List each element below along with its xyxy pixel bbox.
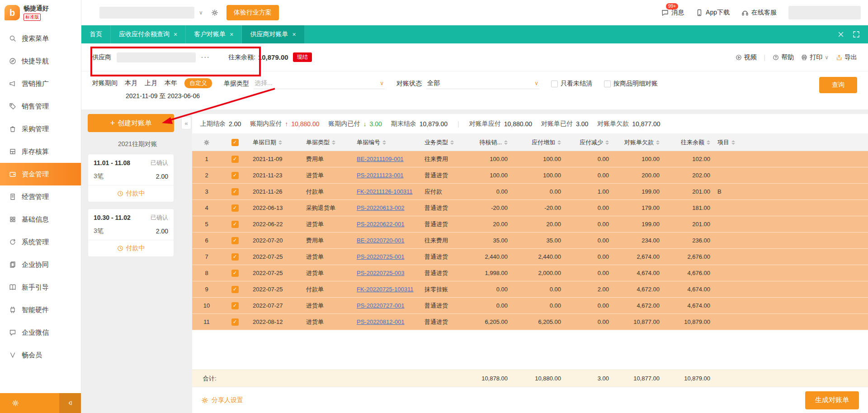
table-row[interactable]: 11 2022-08-12 进货单 PS-20220812-001 普通进货 6… [192,314,868,330]
table-row[interactable]: 3 2021-11-26 付款单 FK-20211126-100311 应付款 … [192,184,868,200]
tab[interactable]: 应收应付余额查询 × [111,25,186,43]
sidebar-item[interactable]: 畅会员 [0,344,81,366]
tab-close-icon[interactable]: × [174,31,177,38]
table-row[interactable]: 5 2022-06-22 进货单 PS-20220622-001 普通进货 20… [192,216,868,233]
header-doc-date[interactable]: 单据日期 [249,138,302,147]
settings-gear-icon[interactable] [12,399,19,407]
statement-payment-state[interactable]: 付款中 [88,240,174,256]
sidebar-item[interactable]: 系统管理 [0,231,81,253]
sidebar-item[interactable]: 营销推广 [0,72,81,95]
statement-payment-state[interactable]: 付款中 [88,185,174,202]
table-row[interactable]: 4 2022-06-13 采购退货单 PS-20220613-002 普通进货 … [192,200,868,216]
doc-number-link[interactable]: PS-20220812-001 [357,318,405,325]
sidebar-item[interactable]: 搜索菜单 [0,27,81,50]
panel-collapse-button[interactable]: « [181,117,191,129]
sort-icon[interactable] [278,140,282,145]
period-date-range[interactable]: 2021-11-09 至 2023-06-06 [126,92,212,100]
column-settings-gear-icon[interactable] [203,139,210,146]
period-this-month[interactable]: 本月 [125,79,137,87]
sort-icon[interactable] [332,140,335,145]
header-statement-owed[interactable]: 对账单欠款 [613,138,663,147]
company-select[interactable]: ∨ [99,7,203,19]
header-payable-decrease[interactable]: 应付减少 [565,138,613,147]
tab[interactable]: 客户对账单 × [186,25,242,43]
select-all-checkbox[interactable] [221,139,249,146]
sidebar-item[interactable]: 智能硬件 [0,299,81,321]
period-this-year[interactable]: 本年 [165,79,177,87]
row-checkbox[interactable] [221,253,249,261]
fullscreen-icon[interactable] [853,31,860,38]
row-checkbox[interactable] [221,156,249,163]
sidebar-item[interactable]: 销售管理 [0,95,81,118]
header-doc-no[interactable]: 单据编号 [353,138,421,147]
print-button[interactable]: 打印 ∨ [801,53,829,62]
period-last-month[interactable]: 上月 [145,79,157,87]
doc-number-link[interactable]: BE-20220720-001 [357,237,405,244]
tab-close-icon[interactable]: × [292,31,296,38]
sidebar-item[interactable]: 经营管理 [0,185,81,208]
doc-number-link[interactable]: PS-20220622-001 [357,221,405,228]
experience-plan-button[interactable]: 体验行业方案 [226,5,279,20]
doc-number-link[interactable]: PS-20220613-002 [357,204,405,211]
app-download-button[interactable]: App下载 [696,9,730,17]
doc-number-link[interactable]: PS-20211123-001 [357,172,404,179]
row-checkbox[interactable] [221,221,249,228]
doc-number-link[interactable]: PS-20220727-001 [357,302,405,309]
sort-icon[interactable] [450,140,454,145]
sort-icon[interactable] [656,140,660,145]
doc-number-link[interactable]: PS-20220725-001 [357,253,405,260]
header-project[interactable]: 项目 [714,138,868,147]
messages-button[interactable]: 99+ 消息 [661,9,684,17]
header-payable-increase[interactable]: 应付增加 [511,138,565,147]
status-select[interactable]: 全部 ∨ [426,78,539,89]
video-button[interactable]: 视频 [736,53,757,62]
doc-number-link[interactable]: FK-20220725-100311 [357,286,414,293]
help-button[interactable]: 帮助 [773,53,794,62]
sort-icon[interactable] [382,140,386,145]
company-settings-gear-icon[interactable] [211,9,218,16]
row-checkbox[interactable] [221,204,249,212]
table-row[interactable]: 10 2022-07-27 进货单 PS-20220727-001 普通进货 0… [192,298,868,314]
sort-icon[interactable] [504,140,508,145]
header-running-balance[interactable]: 往来余额 [663,138,714,147]
past-statement-card[interactable]: 11.01 - 11.08 已确认 3笔 2.00 付款中 [88,154,174,202]
sidebar-item[interactable]: 企业协同 [0,253,81,276]
sidebar-item[interactable]: 企业微信 [0,321,81,344]
export-button[interactable]: 导出 [836,53,857,62]
header-biz-type[interactable]: 业务类型 [421,138,466,147]
sidebar-item[interactable]: 基础信息 [0,208,81,231]
header-doc-type[interactable]: 单据类型 [302,138,353,147]
header-pending[interactable]: 待核销... [466,138,511,147]
share-settings-button[interactable]: 分享人设置 [201,396,243,404]
supplier-select[interactable]: 供应商 ··· [92,52,210,62]
create-statement-button[interactable]: + 创建对账单 [88,114,174,132]
supplier-more-button[interactable]: ··· [201,54,210,61]
sidebar-item[interactable]: 采购管理 [0,118,81,140]
sidebar-item[interactable]: 新手引导 [0,276,81,299]
table-row[interactable]: 1 2021-11-09 费用单 BE-20211109-001 往来费用 10… [192,151,868,167]
row-checkbox[interactable] [221,318,249,326]
doc-number-link[interactable]: BE-20211109-001 [357,156,404,162]
table-row[interactable]: 9 2022-07-25 付款单 FK-20220725-100311 抹零挂账… [192,281,868,298]
sort-icon[interactable] [731,140,735,145]
sidebar-item[interactable]: 资金管理 [0,163,81,185]
row-checkbox[interactable] [221,188,249,195]
sidebar-item[interactable]: 快捷导航 [0,50,81,72]
table-row[interactable]: 7 2022-07-25 进货单 PS-20220725-001 普通进货 2,… [192,249,868,265]
only-unsettled-checkbox[interactable]: 只看未结清 [551,80,592,88]
online-service-button[interactable]: 在线客服 [741,9,777,17]
query-button[interactable]: 查询 [819,77,857,93]
table-row[interactable]: 2 2021-11-23 进货单 PS-20211123-001 普通进货 10… [192,167,868,184]
row-checkbox[interactable] [221,270,249,277]
sidebar-collapse-button[interactable] [59,393,81,413]
row-checkbox[interactable] [221,172,249,179]
close-all-tabs-icon[interactable] [837,31,844,38]
sidebar-item[interactable]: 库存核算 [0,140,81,163]
period-custom-button[interactable]: 自定义 [184,78,212,88]
doc-type-select[interactable]: 选择... ∨ [254,78,385,89]
table-row[interactable]: 8 2022-07-25 进货单 PS-20220725-003 普通进货 1,… [192,265,868,281]
doc-number-link[interactable]: PS-20220725-003 [357,270,405,276]
tab-close-icon[interactable]: × [230,31,233,38]
tab[interactable]: 供应商对账单 × [242,25,304,43]
generate-statement-button[interactable]: 生成对账单 [805,391,859,409]
